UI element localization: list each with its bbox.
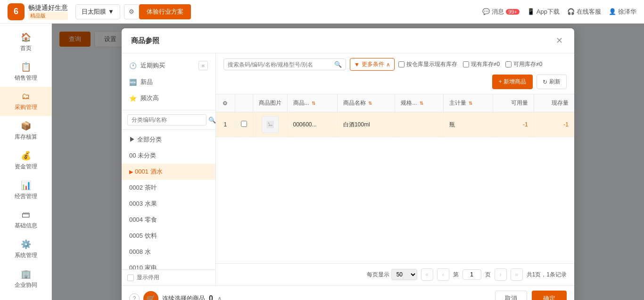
product-search-input[interactable] [228,61,332,68]
th-spec[interactable]: 规格... ⇅ [395,94,444,112]
product-table-wrapper: ⚙ 商品图片 商品... ⇅ 商品名称 [216,94,574,263]
cart-area: ? 🛒 连续选择的商品 0 ∧ [129,291,489,300]
messages-btn[interactable]: 💬 消息 99+ [482,8,520,16]
sidebar-label-system: 系统管理 [15,251,37,259]
td-available: -1 [493,112,534,137]
sidebar-item-inventory[interactable]: 📦 库存核算 [0,116,51,146]
th-available[interactable]: 可用量 [493,94,534,112]
cat-item-00[interactable]: 00 未分类 [122,148,215,164]
cancel-button[interactable]: 取消 [495,291,527,300]
th-settings[interactable]: ⚙ [216,94,235,112]
online-service-btn[interactable]: 🎧 在线客服 [567,8,601,16]
category-search-input[interactable] [127,114,206,125]
refresh-label: 刷新 [549,78,561,86]
cat-item-0001[interactable]: ▶ 0001 酒水 [122,164,215,180]
sidebar-item-sales[interactable]: 📋 销售管理 [0,57,51,87]
tab-frequent[interactable]: ⭐ 频次高 [122,90,215,106]
th-stock[interactable]: 现存量 [534,94,574,112]
filter-warehouse-check[interactable]: 按仓库显示现有库存 [398,60,457,68]
cat-00-label: 00 未分类 [129,151,156,160]
cat-0003-label: 0003 水果 [129,200,157,208]
th-unit[interactable]: 主计量 ⇅ [443,94,493,112]
add-product-button[interactable]: + 新增商品 [492,75,533,89]
sidebar-label-operations: 经营管理 [15,192,37,200]
collapse-cart-btn[interactable]: ∧ [217,294,223,300]
sort-icon-code: ⇅ [312,100,315,106]
per-page-dropdown[interactable]: 50 100 200 [391,269,417,280]
user-avatar[interactable]: 👤 徐泽华 [609,8,636,16]
category-search-icon[interactable]: 🔍 [208,117,216,124]
th-name[interactable]: 商品名称 ⇅ [337,94,395,112]
sidebar-item-operations[interactable]: 📊 经营管理 [0,175,51,205]
disabled-checkbox[interactable] [127,275,134,281]
sidebar-label-home: 首页 [20,44,32,52]
sidebar-item-system[interactable]: ⚙️ 系统管理 [0,234,51,264]
system-icon: ⚙️ [21,239,31,250]
company-selector[interactable]: 日太阳膜 ▼ [75,4,120,19]
sidebar-item-guide[interactable]: 📖 新手引导 [0,294,51,300]
category-quick-tabs: 🕐 近期购买 « 🆕 新品 ⭐ 频次高 [122,53,215,110]
warehouse-checkbox[interactable] [398,61,405,67]
filter-nonzero-check[interactable]: 现有库存≠0 [463,60,500,68]
experience-btn[interactable]: 体验行业方案 [139,4,191,19]
th-code[interactable]: 商品... ⇅ [287,94,337,112]
cat-item-0010[interactable]: 0010 家电 [122,260,215,269]
sort-icon-unit: ⇅ [469,100,472,106]
filter-more-btn[interactable]: ▼ 更多条件 ∧ [350,58,395,71]
cat-item-0003[interactable]: 0003 水果 [122,196,215,212]
sidebar-item-enterprise[interactable]: 🏢 企业协同 [0,264,51,294]
confirm-button[interactable]: 确定 [532,291,567,300]
tab-frequent-label: 频次高 [140,94,159,102]
filter-nonzero-label: 现有库存≠0 [471,60,500,68]
avatar-icon: 👤 [609,8,616,15]
cat-item-0008[interactable]: 0008 水 [122,244,215,260]
sidebar-item-purchase[interactable]: 🗂 采购管理 [0,87,51,116]
td-check[interactable] [235,112,253,137]
modal-header: 商品参照 ✕ [122,28,574,53]
categories-panel: 🕐 近期购买 « 🆕 新品 ⭐ 频次高 [122,53,216,285]
collapse-btn[interactable]: « [198,61,208,70]
page-last-btn[interactable]: » [511,268,523,281]
app-download-label: App下载 [537,8,560,16]
page-first-btn[interactable]: « [421,268,433,281]
search-icon[interactable]: 🔍 [334,61,342,68]
per-page-label: 每页显示 [367,271,389,279]
available-checkbox[interactable] [505,61,512,67]
phone-icon: 📱 [527,8,535,15]
clock-icon: 🕐 [129,62,137,69]
filter-available-check[interactable]: 可用库存≠0 [505,60,542,68]
table-row[interactable]: 1 [216,112,574,137]
cat-0004-label: 0004 零食 [129,216,157,224]
tab-recent-purchase[interactable]: 🕐 近期购买 « [122,57,215,74]
logo-area: 6 畅捷通好生意 精品版 [8,3,68,20]
show-disabled-checkbox[interactable]: 显示停用 [127,274,210,282]
cat-0010-label: 0010 家电 [129,264,157,269]
td-name: 白酒100ml [337,112,395,137]
online-service-label: 在线客服 [577,8,601,16]
help-icon[interactable]: ? [129,293,140,300]
app-download-btn[interactable]: 📱 App下载 [527,8,560,16]
cat-item-0004[interactable]: 0004 零食 [122,212,215,228]
cat-item-0005[interactable]: 0005 饮料 [122,228,215,244]
cat-item-all[interactable]: ▶ 全部分类 [122,132,215,148]
modal-close-button[interactable]: ✕ [553,35,565,46]
top-nav: 6 畅捷通好生意 精品版 日太阳膜 ▼ ⚙ 体验行业方案 💬 消息 99+ 📱 … [0,0,644,24]
page-prev-btn[interactable]: ‹ [437,268,449,281]
tab-new-products[interactable]: 🆕 新品 [122,74,215,90]
page-word: 第 [453,271,459,279]
sidebar-item-finance[interactable]: 💰 资金管理 [0,146,51,175]
sidebar-item-home[interactable]: 🏠 首页 [0,27,51,57]
cat-item-0002[interactable]: 0002 茶叶 [122,180,215,196]
sidebar-item-basic[interactable]: 🗃 基础信息 [0,205,51,234]
page-next-btn[interactable]: › [495,268,507,281]
row-checkbox[interactable] [241,121,247,127]
refresh-product-button[interactable]: ↻ 刷新 [537,75,567,89]
cart-icon: 🛒 [143,291,158,300]
chevron-up-icon: ∧ [386,61,390,68]
page-input[interactable] [462,269,481,280]
right-toolbar: + 新增商品 ↻ 刷新 [492,75,567,89]
settings-button[interactable]: ⚙ [124,4,139,19]
filter-warehouse-label: 按仓库显示现有库存 [406,60,457,68]
nonzero-checkbox[interactable] [463,61,469,67]
category-list: ▶ 全部分类 00 未分类 ▶ 0001 酒水 0002 茶叶 [122,130,215,269]
